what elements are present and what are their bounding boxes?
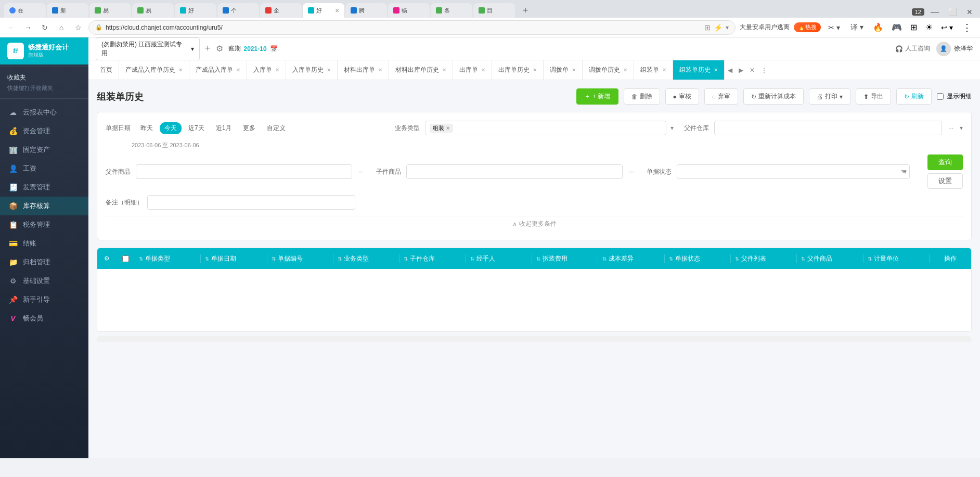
page-tab-assembly-history[interactable]: 组装单历史 ✕ bbox=[673, 60, 725, 80]
parent-product-more-icon[interactable]: ··· bbox=[356, 168, 366, 175]
forward-button[interactable]: → bbox=[22, 21, 34, 34]
table-select-all-checkbox[interactable] bbox=[116, 255, 135, 262]
sidebar-item-cloud[interactable]: ☁ 云报表中心 bbox=[0, 103, 88, 122]
th-parent-product[interactable]: ⇅ 父件商品 bbox=[797, 254, 863, 263]
th-status[interactable]: ⇅ 单据状态 bbox=[665, 254, 731, 263]
export-button[interactable]: ⬆ 导出 bbox=[856, 88, 891, 105]
collapse-filter-button[interactable]: ∧ 收起更多条件 bbox=[106, 216, 963, 231]
th-parent-list[interactable]: ⇅ 父件列表 bbox=[731, 254, 797, 263]
new-button[interactable]: ＋ + 新增 bbox=[576, 88, 618, 105]
address-grid-icon[interactable]: ⊞ bbox=[704, 23, 711, 32]
home-button[interactable]: ⌂ bbox=[55, 21, 68, 34]
tabs-right-arrow[interactable]: ▶ bbox=[736, 67, 746, 74]
page-tab-transfer[interactable]: 调拨单 ✕ bbox=[544, 60, 583, 80]
th-unit[interactable]: ⇅ 计量单位 bbox=[863, 254, 930, 263]
tabs-menu[interactable]: ⋮ bbox=[758, 67, 770, 74]
address-dropdown-icon[interactable]: ▾ bbox=[726, 24, 729, 31]
table-settings-icon[interactable]: ⚙ bbox=[97, 255, 116, 262]
7days-btn[interactable]: 近7天 bbox=[184, 122, 209, 134]
delete-button[interactable]: 🗑 删除 bbox=[624, 88, 660, 105]
browser-tab-1[interactable]: 在 bbox=[4, 3, 46, 18]
undo-icon[interactable]: ↩ ▾ bbox=[939, 22, 955, 33]
browser-tab-3[interactable]: 易 bbox=[89, 3, 131, 18]
page-tab-out-close[interactable]: ✕ bbox=[481, 67, 485, 73]
page-tab-out[interactable]: 出库单 ✕ bbox=[453, 60, 492, 80]
1month-btn[interactable]: 近1月 bbox=[211, 122, 237, 134]
yesterday-btn[interactable]: 昨天 bbox=[136, 122, 158, 134]
reload-button[interactable]: ↻ bbox=[38, 21, 51, 34]
sidebar-item-inventory[interactable]: 📦 库存核算 bbox=[0, 197, 88, 215]
approve-button[interactable]: ● 审核 bbox=[665, 88, 699, 105]
th-type[interactable]: ⇅ 单据类型 bbox=[135, 254, 201, 263]
browser-tab-9[interactable]: 腾 bbox=[345, 3, 387, 18]
query-button[interactable]: 查询 bbox=[927, 154, 963, 170]
parent-warehouse-more-icon[interactable]: ··· bbox=[946, 124, 956, 132]
page-tab-material-out-history[interactable]: 材料出库单历史 ✕ bbox=[389, 60, 453, 80]
child-product-more-icon[interactable]: ··· bbox=[627, 168, 636, 175]
sidebar-item-checkout[interactable]: 💳 结账 bbox=[0, 234, 88, 253]
sidebar-item-assets[interactable]: 🏢 固定资产 bbox=[0, 140, 88, 159]
sidebar-item-guide[interactable]: 📌 新手引导 bbox=[0, 290, 88, 309]
tabs-left-arrow[interactable]: ◀ bbox=[725, 67, 736, 74]
new-tab-button[interactable]: + bbox=[518, 3, 533, 18]
recalculate-button[interactable]: ↻ 重新计算成本 bbox=[743, 88, 804, 105]
add-company-button[interactable]: + bbox=[205, 43, 211, 54]
refresh-button[interactable]: ↻ 刷新 bbox=[896, 88, 932, 105]
brightness-icon[interactable]: ☀ bbox=[923, 21, 935, 33]
more-dates-btn[interactable]: 更多 bbox=[238, 122, 260, 134]
abandon-button[interactable]: ○ 弃审 bbox=[704, 88, 738, 105]
address-bar[interactable]: 🔒 https://cloud.chanjet.com/accounting/u… bbox=[88, 20, 736, 35]
address-bolt-icon[interactable]: ⚡ bbox=[714, 23, 723, 32]
filter-settings-button[interactable]: 设置 bbox=[927, 173, 963, 189]
page-tab-material-out-close[interactable]: ✕ bbox=[378, 67, 382, 73]
page-tab-material-out[interactable]: 材料出库单 ✕ bbox=[338, 60, 389, 80]
cut-icon[interactable]: ✂ ▾ bbox=[825, 22, 843, 33]
browser-tab-6[interactable]: 个 bbox=[217, 3, 259, 18]
browser-tab-2[interactable]: 新 bbox=[47, 3, 88, 18]
th-child-warehouse[interactable]: ⇅ 子件仓库 bbox=[399, 254, 466, 263]
page-tab-out-history[interactable]: 出库单历史 ✕ bbox=[492, 60, 544, 80]
page-tab-transfer-history-close[interactable]: ✕ bbox=[623, 67, 627, 73]
page-tab-in-history[interactable]: 入库单历史 ✕ bbox=[286, 60, 338, 80]
page-tab-produce-in-history-close[interactable]: ✕ bbox=[178, 67, 183, 73]
page-tab-in[interactable]: 入库单 ✕ bbox=[247, 60, 286, 80]
browser-tab-8[interactable]: 好 ✕ bbox=[303, 3, 344, 18]
print-button[interactable]: 🖨 打印 ▾ bbox=[809, 88, 850, 105]
th-cost-diff[interactable]: ⇅ 成本差异 bbox=[598, 254, 664, 263]
page-tab-home[interactable]: 首页 bbox=[94, 60, 119, 80]
page-tab-material-out-history-close[interactable]: ✕ bbox=[442, 67, 446, 73]
page-tab-assembly-close[interactable]: ✕ bbox=[662, 67, 666, 73]
parent-warehouse-input[interactable] bbox=[714, 121, 942, 135]
game-icon[interactable]: 🎮 bbox=[889, 21, 904, 33]
browser-tab-12[interactable]: 目 bbox=[473, 3, 515, 18]
sidebar-item-salary[interactable]: 👤 工资 bbox=[0, 159, 88, 178]
select-all-input[interactable] bbox=[122, 255, 129, 262]
page-tab-produce-in[interactable]: 产成品入库单 ✕ bbox=[189, 60, 247, 80]
browser-tab-7[interactable]: 企 bbox=[260, 3, 302, 18]
browser-tab-11[interactable]: 各 bbox=[431, 3, 472, 18]
sidebar-item-tax[interactable]: 📋 税务管理 bbox=[0, 215, 88, 234]
th-biz-type[interactable]: ⇅ 业务类型 bbox=[333, 254, 399, 263]
page-tab-out-history-close[interactable]: ✕ bbox=[533, 67, 537, 73]
page-tab-in-close[interactable]: ✕ bbox=[275, 67, 279, 73]
support-button[interactable]: 🎧 人工咨询 bbox=[895, 44, 930, 53]
browser-tab-10[interactable]: 畅 bbox=[388, 3, 430, 18]
browser-tab-5[interactable]: 好 bbox=[175, 3, 216, 18]
user-area[interactable]: 👤 徐泽华 bbox=[936, 42, 973, 56]
biz-type-dropdown-icon[interactable]: ▾ bbox=[670, 124, 674, 132]
biz-type-tag-close[interactable]: ✕ bbox=[446, 125, 450, 131]
page-tab-in-history-close[interactable]: ✕ bbox=[327, 67, 331, 73]
browser-tab-4[interactable]: 易 bbox=[132, 3, 174, 18]
emoji-icon[interactable]: 🔥 bbox=[871, 21, 885, 33]
back-button[interactable]: ← bbox=[5, 21, 18, 34]
maximize-button[interactable]: ⬜ bbox=[945, 7, 960, 17]
th-number[interactable]: ⇅ 单据编号 bbox=[267, 254, 333, 263]
parent-warehouse-dropdown-icon[interactable]: ▾ bbox=[960, 124, 963, 132]
sidebar-item-funds[interactable]: 💰 资金管理 bbox=[0, 122, 88, 140]
biz-type-tag-input[interactable]: 组装 ✕ bbox=[425, 121, 666, 135]
sidebar-item-archive[interactable]: 📁 归档管理 bbox=[0, 253, 88, 272]
browser-tab-8-close[interactable]: ✕ bbox=[335, 8, 339, 14]
horizontal-scrollbar[interactable] bbox=[97, 336, 972, 342]
th-disassembly-fee[interactable]: ⇅ 拆装费用 bbox=[532, 254, 598, 263]
th-handler[interactable]: ⇅ 经手人 bbox=[466, 254, 532, 263]
